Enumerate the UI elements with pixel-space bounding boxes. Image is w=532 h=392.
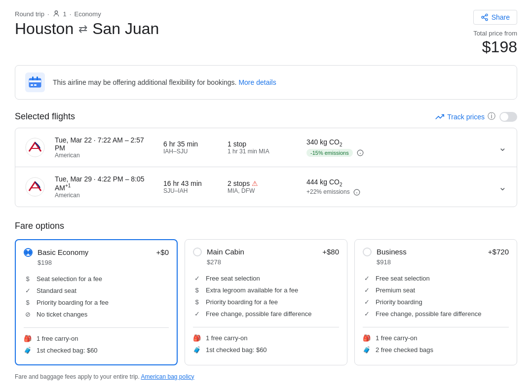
carryon-icon: 🎒 <box>24 335 32 343</box>
svg-rect-7 <box>29 78 41 87</box>
flight-duration: 6 hr 35 min IAH–SJU <box>163 140 218 155</box>
fare-card-business[interactable]: Business +$720 $918 ✓ Free seat selectio… <box>354 239 517 365</box>
flight-stops: 2 stops ⚠ MIA, DFW <box>228 179 297 194</box>
stops-count: 1 stop <box>228 140 297 148</box>
stops-count: 2 stops ⚠ <box>228 179 297 187</box>
flight-time-info: Tue, Mar 29 · 4:22 PM – 8:05 AM+1 Americ… <box>55 175 153 199</box>
svg-line-4 <box>483 18 486 19</box>
svg-line-5 <box>483 15 486 17</box>
fare-feature: ⊘ No ticket changes <box>24 309 169 321</box>
fare-feature: ✓ Standard seat <box>24 285 169 297</box>
fare-feature: ✓ Free change, possible fare difference <box>363 308 509 320</box>
route-title: Houston ⇄ San Juan <box>15 20 159 38</box>
fare-price: $918 <box>377 258 509 266</box>
fare-card-basic-economy[interactable]: Basic Economy +$0 $198 $ Seat selection … <box>15 239 178 365</box>
expand-icon[interactable]: ⌄ <box>498 142 507 153</box>
fare-cards-container: Basic Economy +$0 $198 $ Seat selection … <box>15 239 517 365</box>
flight-time: Tue, Mar 29 · 4:22 PM – 8:05 AM+1 <box>55 175 153 192</box>
svg-rect-9 <box>32 76 34 80</box>
flight-emissions: 340 kg CO2 -15% emissions <box>306 138 489 157</box>
fare-card-main-cabin[interactable]: Main Cabin +$80 $278 ✓ Free seat selecti… <box>185 239 347 365</box>
flexibility-icon <box>25 72 45 92</box>
flight-row: Tue, Mar 22 · 7:22 AM – 2:57 PM American… <box>15 128 517 167</box>
svg-rect-12 <box>34 84 37 86</box>
flight-duration: 16 hr 43 min SJU–IAH <box>163 179 218 194</box>
fare-options-title: Fare options <box>15 221 517 231</box>
selected-flights-title: Selected flights <box>15 111 75 122</box>
duration-value: 6 hr 35 min <box>163 140 218 148</box>
trending-up-icon <box>435 112 444 121</box>
more-details-link[interactable]: More details <box>238 78 276 86</box>
fare-name: Business <box>377 248 407 256</box>
fare-price: $278 <box>207 258 339 266</box>
flight-stops: 1 stop 1 hr 31 min MIA <box>228 140 297 155</box>
trip-type: Round trip <box>15 10 44 18</box>
track-prices-toggle[interactable] <box>499 112 517 122</box>
flight-date: Tue, Mar 22 <box>55 136 92 144</box>
flights-container: Tue, Mar 22 · 7:22 AM – 2:57 PM American… <box>15 128 517 207</box>
dollar-icon: $ <box>24 275 32 283</box>
passengers: 1 <box>63 10 67 18</box>
fare-addon: +$720 <box>488 248 509 256</box>
fare-feature: ✓ Free change, possible fare difference <box>193 308 339 320</box>
duration-value: 16 hr 43 min <box>163 179 218 187</box>
origin: Houston <box>15 20 74 38</box>
flight-route: IAH–SJU <box>163 148 218 155</box>
svg-point-17 <box>26 178 44 196</box>
share-button[interactable]: Share <box>473 10 517 25</box>
baggage-item: 🎒 1 free carry-on <box>193 332 339 344</box>
stop-detail: 1 hr 31 min MIA <box>228 148 297 155</box>
fare-addon: +$80 <box>322 248 339 256</box>
fare-feature: ✓ Free seat selection <box>363 273 509 285</box>
svg-rect-10 <box>37 76 38 80</box>
trip-meta: Round trip · 1 · Economy <box>15 10 159 18</box>
no-icon: ⊘ <box>24 311 32 319</box>
expand-icon[interactable]: ⌄ <box>498 181 507 193</box>
baggage-item: 🧳 1st checked bag: $60 <box>193 344 339 356</box>
svg-rect-8 <box>29 80 41 82</box>
svg-point-3 <box>486 19 488 21</box>
share-label: Share <box>492 13 510 21</box>
radio-business[interactable] <box>363 248 372 256</box>
airline-logo <box>25 177 45 197</box>
dollar-icon: $ <box>193 286 201 294</box>
check-icon: ✓ <box>363 275 371 283</box>
flight-emissions: 444 kg CO2 +22% emissions <box>306 178 489 196</box>
total-price-label: Total price from <box>473 30 517 37</box>
banner-text: This airline may be offering additional … <box>53 78 276 86</box>
emissions-percent: +22% emissions <box>306 188 489 196</box>
svg-point-13 <box>26 138 44 157</box>
stop-detail: MIA, DFW <box>228 187 297 194</box>
fare-feature: $ Seat selection for a fee <box>24 273 169 285</box>
check-icon: ✓ <box>363 298 371 306</box>
emissions-value: 340 kg CO2 <box>306 138 489 147</box>
dollar-icon: $ <box>193 298 201 306</box>
flight-row: Tue, Mar 29 · 4:22 PM – 8:05 AM+1 Americ… <box>15 167 517 207</box>
carryon-icon: 🎒 <box>193 334 201 342</box>
flight-time-info: Tue, Mar 22 · 7:22 AM – 2:57 PM American <box>55 136 153 159</box>
flight-airline: American <box>55 152 153 159</box>
radio-main-cabin[interactable] <box>193 248 202 256</box>
route-arrow-icon: ⇄ <box>78 23 87 36</box>
baggage-item: 🧳 2 free checked bags <box>363 344 509 356</box>
check-icon: ✓ <box>363 310 371 318</box>
selected-flights-section-header: Selected flights Track prices ⓘ <box>15 111 517 122</box>
svg-point-0 <box>55 11 57 13</box>
track-prices-label: Track prices <box>447 113 485 121</box>
info-icon: ⓘ <box>488 111 495 122</box>
radio-basic-economy[interactable] <box>24 248 33 257</box>
check-icon: ✓ <box>193 275 201 283</box>
fare-feature: $ Priority boarding for a fee <box>24 297 169 309</box>
track-prices[interactable]: Track prices ⓘ <box>435 111 495 122</box>
baggage-item: 🧳 1st checked bag: $60 <box>24 345 169 356</box>
check-icon: ✓ <box>193 310 201 318</box>
baggage-item: 🎒 1 free carry-on <box>363 332 509 344</box>
baggage-item: 🎒 1 free carry-on <box>24 333 169 345</box>
fare-name: Main Cabin <box>207 248 244 256</box>
svg-point-2 <box>482 16 484 18</box>
bag-policy-link[interactable]: American bag policy <box>141 373 194 380</box>
fare-feature: $ Extra legroom available for a fee <box>193 285 339 296</box>
fare-feature: ✓ Priority boarding <box>363 296 509 308</box>
fare-feature: ✓ Free seat selection <box>193 273 339 285</box>
check-icon: ✓ <box>24 287 32 295</box>
